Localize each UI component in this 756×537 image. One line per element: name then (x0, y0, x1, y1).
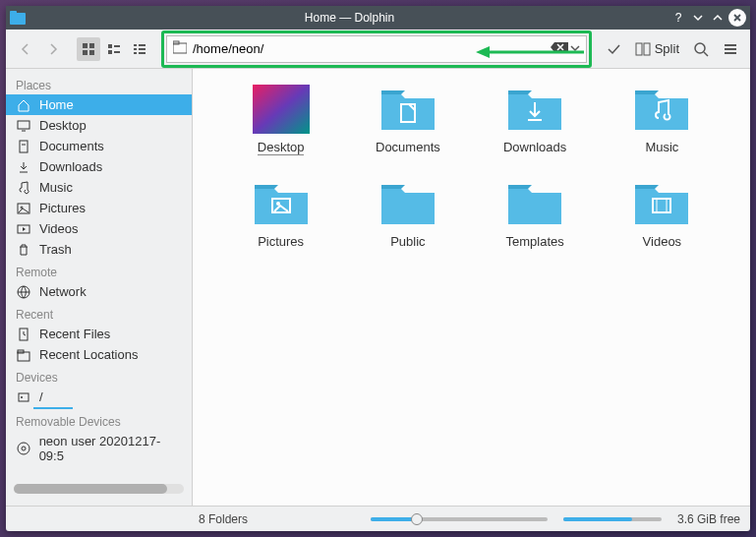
svg-point-40 (18, 443, 29, 454)
svg-rect-14 (134, 52, 137, 54)
section-places: Places (6, 73, 192, 94)
sidebar-item-network[interactable]: Network (6, 281, 192, 302)
svg-point-41 (22, 447, 26, 450)
sidebar-item-label: Home (39, 97, 74, 112)
svg-rect-0 (10, 13, 26, 25)
svg-rect-15 (139, 52, 145, 54)
sidebar-item-recent-files[interactable]: Recent Files (6, 324, 192, 344)
sidebar-item-label: Videos (39, 221, 79, 236)
sidebar-item-pictures[interactable]: Pictures (6, 198, 192, 218)
maximize-button[interactable] (709, 9, 727, 27)
sidebar-item-videos[interactable]: Videos (6, 218, 192, 239)
sidebar-item-music[interactable]: Music (6, 177, 192, 198)
path-text: /home/neon/ (193, 41, 263, 56)
downloads-icon (16, 160, 31, 174)
path-bar[interactable]: /home/neon/ (166, 35, 587, 63)
folder-icon (633, 85, 690, 134)
sidebar-item-label: Documents (39, 139, 104, 153)
folder-label: Public (390, 234, 425, 250)
hamburger-menu-button[interactable] (719, 37, 742, 61)
folder-icon (253, 179, 310, 228)
svg-rect-10 (134, 44, 137, 46)
svg-rect-11 (139, 44, 145, 46)
icon-view-button[interactable] (77, 37, 100, 61)
recent locations-icon (16, 348, 31, 362)
svg-rect-21 (644, 43, 650, 55)
sidebar-item-label: Recent Files (39, 327, 110, 341)
_removable-icon (16, 442, 31, 455)
folder-grid: DesktopDocumentsDownloadsMusicPicturesPu… (222, 85, 721, 250)
sidebar-item-label: neon user 20201217-09:5 (39, 434, 182, 463)
folder-templates[interactable]: Templates (477, 179, 594, 250)
details-view-button[interactable] (128, 37, 151, 61)
file-view[interactable]: DesktopDocumentsDownloadsMusicPicturesPu… (193, 69, 750, 506)
view-mode-group (77, 37, 151, 61)
sidebar-item-label: Downloads (39, 159, 102, 174)
titlebar: Home — Dolphin ? (6, 6, 750, 30)
sidebar-item-label: Recent Locations (39, 347, 138, 362)
folder-icon (506, 85, 563, 134)
sidebar-item-label: Music (39, 180, 73, 195)
search-button[interactable] (689, 37, 713, 61)
sidebar-item-documents[interactable]: Documents (6, 136, 192, 156)
path-dropdown-button[interactable] (570, 41, 580, 56)
app-icon (6, 6, 29, 30)
sidebar-item-label: Network (39, 284, 87, 299)
compact-view-button[interactable] (102, 37, 126, 61)
confirm-path-button[interactable] (602, 37, 625, 61)
folder-label: Music (645, 140, 678, 155)
folder-desktop[interactable]: Desktop (222, 85, 339, 155)
sidebar-item-label: Pictures (39, 201, 86, 215)
section-devices: Devices (6, 365, 192, 387)
sidebar-item-recent-locations[interactable]: Recent Locations (6, 344, 192, 365)
svg-point-22 (695, 43, 705, 53)
forward-button[interactable] (41, 37, 65, 61)
folder-icon (633, 179, 690, 228)
help-button[interactable]: ? (669, 9, 687, 27)
dolphin-window: Home — Dolphin ? /home/neon/ (6, 6, 750, 531)
svg-rect-42 (253, 85, 310, 134)
folder-public[interactable]: Public (349, 179, 466, 250)
sidebar-item-neon-user-20201217-09-5[interactable]: neon user 20201217-09:5 (6, 431, 192, 466)
path-bar-container: /home/neon/ (161, 30, 592, 68)
folder-icon (506, 179, 563, 228)
folder-label: Documents (376, 140, 440, 155)
folder-pictures[interactable]: Pictures (222, 179, 339, 250)
folder-icon (379, 85, 436, 134)
close-button[interactable] (728, 9, 746, 27)
folder-videos[interactable]: Videos (604, 179, 721, 250)
sidebar-item-label: Trash (39, 242, 72, 257)
folder-documents[interactable]: Documents (349, 85, 466, 155)
folder-music[interactable]: Music (604, 85, 721, 155)
zoom-slider[interactable] (371, 517, 548, 521)
svg-line-23 (704, 52, 708, 56)
minimize-button[interactable] (689, 9, 707, 27)
svg-rect-7 (114, 45, 120, 47)
sidebar-item-trash[interactable]: Trash (6, 239, 192, 260)
toolbar-right: Split (602, 37, 742, 61)
clear-path-button[interactable] (551, 40, 568, 57)
videos-icon (16, 222, 31, 236)
folder-label: Pictures (258, 234, 304, 250)
sidebar-item-label: / (39, 389, 43, 404)
sidebar-scrollbar[interactable] (14, 484, 184, 494)
window-title: Home — Dolphin (29, 11, 669, 25)
music-icon (16, 181, 31, 195)
svg-rect-29 (20, 141, 28, 152)
split-view-button[interactable]: Split (631, 37, 683, 61)
split-icon (635, 41, 651, 57)
sidebar-item-desktop[interactable]: Desktop (6, 115, 192, 136)
back-button[interactable] (14, 37, 37, 61)
svg-rect-27 (18, 121, 29, 129)
folder-downloads[interactable]: Downloads (477, 85, 594, 155)
sidebar: Places HomeDesktopDocumentsDownloadsMusi… (6, 69, 193, 506)
disk-free-text: 3.6 GiB free (677, 512, 740, 526)
sidebar-item-downloads[interactable]: Downloads (6, 156, 192, 177)
svg-point-39 (21, 396, 23, 398)
toolbar: /home/neon/ Split (6, 30, 750, 69)
svg-rect-20 (636, 43, 642, 55)
sidebar-item-home[interactable]: Home (6, 94, 192, 115)
desktop-icon (16, 119, 31, 133)
home-icon (16, 98, 31, 112)
sidebar-item--[interactable]: / (6, 387, 192, 407)
